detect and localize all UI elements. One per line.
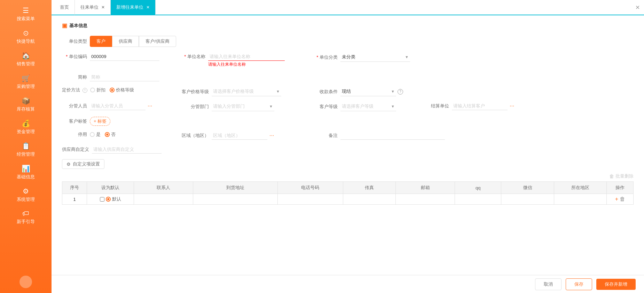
- payment-terms-info-icon[interactable]: ?: [398, 89, 403, 95]
- batch-delete-icon: 🗑: [609, 173, 614, 179]
- unit-name-label: * 单位名称: [180, 54, 208, 60]
- tab-new-partner-label: 新增往来单位: [116, 4, 143, 10]
- sidebar-item-basic[interactable]: 📊 基础信息: [0, 161, 52, 184]
- tab-new-partner-close[interactable]: ✕: [146, 5, 150, 10]
- manager-row: 分管人员 ··· 分管部门 请输入分管部门 ▼ 客户等级 请选择客户等级 ▼ 结…: [62, 102, 634, 111]
- tag-add-button[interactable]: + 标签: [90, 117, 110, 126]
- cell-email[interactable]: [396, 194, 455, 205]
- settlement-unit-input[interactable]: [452, 102, 508, 110]
- settlement-unit-more-btn[interactable]: ···: [510, 103, 514, 109]
- unit-code-input[interactable]: [90, 52, 159, 61]
- sidebar-item-purchase[interactable]: 🛒 采购管理: [0, 71, 52, 93]
- manager-more-btn[interactable]: ···: [148, 103, 152, 109]
- unit-type-customer-btn[interactable]: 客户: [90, 36, 112, 47]
- user-avatar[interactable]: [19, 276, 32, 288]
- cancel-button[interactable]: 取消: [535, 278, 561, 290]
- batch-delete-label[interactable]: 批量删除: [615, 173, 634, 179]
- cell-qq[interactable]: [455, 194, 501, 205]
- custom-settings-button[interactable]: ⚙ 自定义项设置: [62, 159, 104, 169]
- contact-input[interactable]: [150, 197, 178, 202]
- unit-category-label: * 单位分类: [313, 54, 340, 60]
- sidebar-item-inventory-label: 库存核算: [17, 106, 35, 112]
- pricing-level-radio[interactable]: 价格等级: [110, 87, 134, 93]
- dept-select[interactable]: 请输入分管部门 ▼: [212, 102, 274, 111]
- qq-input[interactable]: [468, 197, 488, 202]
- custom-settings-icon: ⚙: [66, 162, 71, 167]
- disabled-yes-radio[interactable]: 是: [90, 131, 101, 138]
- cell-region[interactable]: [554, 194, 607, 205]
- inventory-icon: 📦: [22, 97, 30, 105]
- payment-terms-label: 收款条件: [313, 89, 340, 95]
- cell-wechat[interactable]: [501, 194, 554, 205]
- pricing-discount-radio[interactable]: 折扣: [90, 87, 105, 93]
- save-and-add-button[interactable]: 保存并新增: [596, 279, 636, 290]
- tab-new-partner[interactable]: 新增往来单位 ✕: [111, 0, 156, 15]
- customer-price-level-select[interactable]: 请选择客户价格等级 ▼: [212, 87, 281, 96]
- payment-terms-select[interactable]: 现结 ▼: [340, 87, 396, 96]
- cell-address[interactable]: [193, 194, 278, 205]
- window-close-button[interactable]: ✕: [635, 4, 640, 11]
- region-label: 区域（地区）: [180, 132, 212, 139]
- wechat-input[interactable]: [516, 197, 540, 202]
- unit-type-supplier-btn[interactable]: 供应商: [112, 36, 139, 47]
- remark-input[interactable]: [340, 131, 445, 140]
- supplier-custom-input[interactable]: [92, 145, 162, 154]
- default-radio-circle: [106, 197, 111, 202]
- short-name-input[interactable]: [90, 73, 159, 81]
- unit-code-label: * 单位编码: [62, 54, 90, 60]
- fax-input[interactable]: [357, 197, 382, 202]
- sidebar-item-system[interactable]: ⚙ 系统管理: [0, 184, 52, 206]
- phone-input[interactable]: [294, 197, 326, 202]
- bottom-bar: 取消 保存 保存并新增: [52, 275, 644, 293]
- unit-name-input[interactable]: [208, 52, 285, 61]
- default-checkbox[interactable]: [100, 197, 104, 202]
- email-input[interactable]: [411, 197, 439, 202]
- purchase-icon: 🛒: [22, 74, 30, 82]
- customer-price-level-group: 客户价格等级 请选择客户价格等级 ▼: [180, 87, 313, 96]
- pricing-method-label: 定价方法 ?: [62, 87, 90, 93]
- disabled-radio-group: 是 否: [90, 131, 116, 138]
- cell-contact[interactable]: [134, 194, 193, 205]
- customer-price-level-label: 客户价格等级: [180, 89, 212, 95]
- short-name-row: 简称: [62, 73, 634, 81]
- address-input[interactable]: [214, 197, 256, 202]
- customer-level-select[interactable]: 请选择客户等级 ▼: [340, 102, 396, 111]
- region-more-btn[interactable]: ···: [269, 132, 274, 139]
- tab-home[interactable]: 首页: [54, 0, 75, 15]
- region-table-input[interactable]: [568, 197, 592, 202]
- manager-input[interactable]: [90, 102, 146, 110]
- supplier-custom-label: 供应商自定义: [62, 146, 92, 153]
- save-button[interactable]: 保存: [566, 278, 592, 290]
- cell-action: + 🗑: [607, 194, 634, 205]
- disabled-no-radio[interactable]: 否: [105, 131, 116, 138]
- basic-icon: 📊: [22, 164, 30, 173]
- col-wechat: 微信: [501, 182, 554, 194]
- default-label: 默认: [112, 196, 121, 202]
- tab-partner-close[interactable]: ✕: [101, 5, 105, 10]
- sidebar-item-sales[interactable]: 🏠 销售管理: [0, 48, 52, 71]
- col-qq: qq: [455, 182, 501, 194]
- sidebar-item-operations[interactable]: 📋 经营管理: [0, 138, 52, 161]
- region-input[interactable]: [212, 131, 267, 140]
- sidebar-item-finance[interactable]: 💰 资金管理: [0, 116, 52, 138]
- cell-fax[interactable]: [343, 194, 396, 205]
- tab-partner[interactable]: 往来单位 ✕: [75, 0, 111, 15]
- default-radio[interactable]: 默认: [106, 196, 121, 202]
- pricing-help-icon[interactable]: ?: [83, 88, 87, 93]
- sidebar-item-guide[interactable]: 🏷 新手引导: [0, 206, 52, 228]
- sidebar-bottom: [0, 276, 52, 293]
- disabled-no-label: 否: [111, 131, 116, 138]
- sidebar-item-search[interactable]: ☰ 搜索菜单: [0, 3, 52, 25]
- customer-level-arrow: ▼: [391, 104, 395, 108]
- row-add-btn[interactable]: +: [615, 196, 618, 202]
- tab-partner-label: 往来单位: [80, 4, 99, 10]
- sidebar-item-inventory[interactable]: 📦 库存核算: [0, 93, 52, 116]
- col-default: 设为默认: [87, 182, 134, 194]
- row-delete-btn[interactable]: 🗑: [620, 196, 625, 202]
- unit-type-both-btn[interactable]: 客户/供应商: [139, 36, 176, 47]
- table-body: 1 默认: [62, 194, 634, 205]
- sidebar-item-quicknav-label: 快捷导航: [17, 38, 35, 44]
- unit-category-select[interactable]: 未分类 ▼: [340, 52, 410, 62]
- sidebar-item-quicknav[interactable]: ⊙ 快捷导航: [0, 25, 52, 48]
- cell-phone[interactable]: [277, 194, 343, 205]
